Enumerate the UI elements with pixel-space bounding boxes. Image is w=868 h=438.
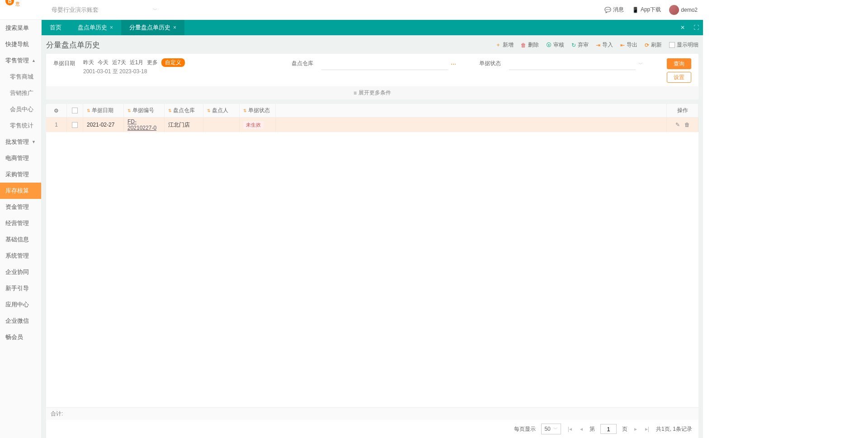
col-code[interactable]: ⇅单据编号 bbox=[124, 104, 165, 117]
page-last[interactable]: ▸| bbox=[644, 426, 651, 432]
sidebar-item-system[interactable]: 系统管理 bbox=[0, 248, 41, 264]
checkbox-icon bbox=[669, 42, 675, 48]
add-button[interactable]: ＋新增 bbox=[495, 41, 514, 49]
sidebar-label: 零售商城 bbox=[10, 73, 33, 81]
trash-icon: 🗑 bbox=[521, 42, 526, 48]
code-link[interactable]: FD-20210227-0 bbox=[127, 118, 160, 131]
page-input[interactable] bbox=[600, 424, 617, 434]
filter-date-label: 单据日期 bbox=[53, 58, 79, 67]
expand-conditions[interactable]: ≡ 展开更多条件 bbox=[46, 86, 698, 99]
table-header: ⚙ ⇅单据日期 ⇅单据编号 ⇅盘点仓库 ⇅盘点人 ⇅单据状态 操作 bbox=[46, 104, 698, 118]
col-date[interactable]: ⇅单据日期 bbox=[83, 104, 124, 117]
date-opt-today[interactable]: 今天 bbox=[98, 59, 108, 66]
column-settings[interactable]: ⚙ bbox=[46, 104, 67, 117]
action-label: 显示明细 bbox=[677, 41, 698, 49]
sidebar-item-members[interactable]: 会员中心 bbox=[0, 101, 41, 118]
show-detail-toggle[interactable]: 显示明细 bbox=[669, 41, 698, 49]
sidebar-item-ecommerce[interactable]: 电商管理 bbox=[0, 150, 41, 166]
toolbar: ＋新增 🗑删除 ⦿审核 ↻弃审 ⇥导入 ⇤导出 ⟳刷新 显示明细 bbox=[495, 41, 698, 49]
refresh-icon: ⟳ bbox=[645, 42, 649, 48]
tab-partial-inventory-history[interactable]: 分量盘点单历史× bbox=[121, 20, 184, 35]
page-suffix: 页 bbox=[622, 425, 627, 433]
delete-button[interactable]: 🗑删除 bbox=[521, 41, 539, 49]
tab-inventory-history[interactable]: 盘点单历史× bbox=[70, 20, 121, 35]
footer-label: 合计: bbox=[51, 410, 63, 418]
date-opt-1m[interactable]: 近1月 bbox=[130, 59, 144, 66]
close-icon[interactable]: × bbox=[110, 24, 113, 31]
sidebar-item-finance[interactable]: 资金管理 bbox=[0, 199, 41, 215]
sidebar-item-retail-mall[interactable]: 零售商城 bbox=[0, 69, 41, 85]
sidebar-item-apps[interactable]: 应用中心 bbox=[0, 297, 41, 313]
refresh-button[interactable]: ⟳刷新 bbox=[645, 41, 662, 49]
tab-fullscreen[interactable]: ⛶ bbox=[689, 20, 703, 35]
sidebar-label: 零售统计 bbox=[10, 122, 33, 130]
row-checkbox[interactable] bbox=[67, 118, 83, 132]
date-opt-yesterday[interactable]: 昨天 bbox=[83, 59, 94, 66]
sidebar-group-retail[interactable]: 零售管理▲ bbox=[0, 52, 41, 69]
checkbox-icon bbox=[72, 108, 78, 113]
sidebar-item-basic[interactable]: 基础信息 bbox=[0, 231, 41, 248]
app-download-link[interactable]: 📱 App下载 bbox=[632, 6, 661, 14]
query-button[interactable]: 查询 bbox=[667, 58, 691, 69]
action-label: 导出 bbox=[627, 41, 637, 49]
status-input[interactable] bbox=[509, 58, 636, 70]
export-button[interactable]: ⇤导出 bbox=[620, 41, 637, 49]
col-status[interactable]: ⇅单据状态 bbox=[240, 104, 276, 117]
sidebar-item-marketing[interactable]: 营销推广 bbox=[0, 85, 41, 101]
sidebar-group-wholesale[interactable]: 批发管理▼ bbox=[0, 134, 41, 150]
topbar: b 畅捷通好生意 标准版 母婴行业演示账套 ﹀ 💬 消息 📱 App下载 dem… bbox=[0, 0, 703, 20]
filter-panel: 单据日期 昨天 今天 近7天 近1月 更多 自定义 2 bbox=[46, 54, 698, 99]
sidebar-item-purchase[interactable]: 采购管理 bbox=[0, 166, 41, 183]
date-opt-custom[interactable]: 自定义 bbox=[161, 58, 185, 67]
user-menu[interactable]: demo2 bbox=[669, 5, 698, 15]
audit-button[interactable]: ⦿审核 bbox=[546, 41, 564, 49]
sidebar-item-inventory[interactable]: 库存核算 bbox=[0, 183, 41, 199]
cell-code[interactable]: FD-20210227-0 bbox=[124, 118, 165, 132]
sidebar-item-operations[interactable]: 经营管理 bbox=[0, 215, 41, 231]
close-icon[interactable]: × bbox=[173, 24, 176, 31]
page-size-select[interactable]: 50﹀ bbox=[541, 424, 561, 434]
page-next[interactable]: ▸ bbox=[633, 426, 638, 432]
tab-home[interactable]: 首页 bbox=[42, 20, 70, 35]
chevron-down-icon: ﹀ bbox=[553, 426, 558, 432]
sidebar-item-quick-nav[interactable]: 快捷导航 bbox=[0, 36, 41, 52]
table-row[interactable]: 1 2021-02-27 FD-20210227-0 江北门店 未生效 ✎ 🗑 bbox=[46, 118, 698, 132]
col-label: 盘点人 bbox=[212, 107, 228, 114]
sidebar-label: 搜索菜单 bbox=[5, 24, 29, 32]
sidebar-item-search-menu[interactable]: 搜索菜单 bbox=[0, 20, 41, 36]
select-all[interactable] bbox=[67, 104, 83, 117]
export-icon: ⇤ bbox=[620, 42, 625, 48]
row-index: 1 bbox=[46, 118, 67, 132]
col-warehouse[interactable]: ⇅盘点仓库 bbox=[165, 104, 203, 117]
abandon-button[interactable]: ↻弃审 bbox=[571, 41, 589, 49]
col-label: 操作 bbox=[677, 107, 688, 114]
col-ops: 操作 bbox=[667, 104, 698, 117]
brand-icon: b bbox=[5, 0, 14, 5]
account-selector[interactable]: 母婴行业演示账套 ﹀ bbox=[52, 6, 157, 14]
col-person[interactable]: ⇅盘点人 bbox=[203, 104, 240, 117]
date-opt-7d[interactable]: 近7天 bbox=[112, 59, 126, 66]
tab-close-all[interactable]: ✕ bbox=[676, 20, 689, 35]
chevron-down-icon[interactable]: ﹀ bbox=[638, 61, 643, 67]
messages-link[interactable]: 💬 消息 bbox=[604, 6, 624, 14]
settings-button[interactable]: 设置 bbox=[667, 72, 691, 83]
sidebar-item-vip[interactable]: 畅会员 bbox=[0, 329, 41, 345]
cell-date: 2021-02-27 bbox=[83, 118, 124, 132]
date-opt-more[interactable]: 更多 bbox=[147, 59, 158, 66]
sidebar-label: 库存核算 bbox=[5, 187, 29, 195]
warehouse-input[interactable] bbox=[321, 58, 448, 70]
sidebar-label: 新手引导 bbox=[5, 284, 29, 292]
edit-icon[interactable]: ✎ bbox=[675, 122, 680, 128]
page-first[interactable]: |◂ bbox=[566, 426, 573, 432]
gear-icon: ⚙ bbox=[54, 108, 59, 114]
delete-icon[interactable]: 🗑 bbox=[684, 122, 690, 128]
message-icon: 💬 bbox=[604, 7, 611, 13]
warehouse-picker-icon[interactable]: ⋯ bbox=[451, 61, 457, 67]
sidebar-item-retail-stats[interactable]: 零售统计 bbox=[0, 118, 41, 134]
sidebar-item-guide[interactable]: 新手引导 bbox=[0, 280, 41, 297]
import-button[interactable]: ⇥导入 bbox=[596, 41, 613, 49]
sidebar-item-collab[interactable]: 企业协同 bbox=[0, 264, 41, 280]
sidebar-item-wechat[interactable]: 企业微信 bbox=[0, 313, 41, 329]
page-prev[interactable]: ◂ bbox=[579, 426, 584, 432]
sidebar-label: 应用中心 bbox=[5, 301, 29, 309]
